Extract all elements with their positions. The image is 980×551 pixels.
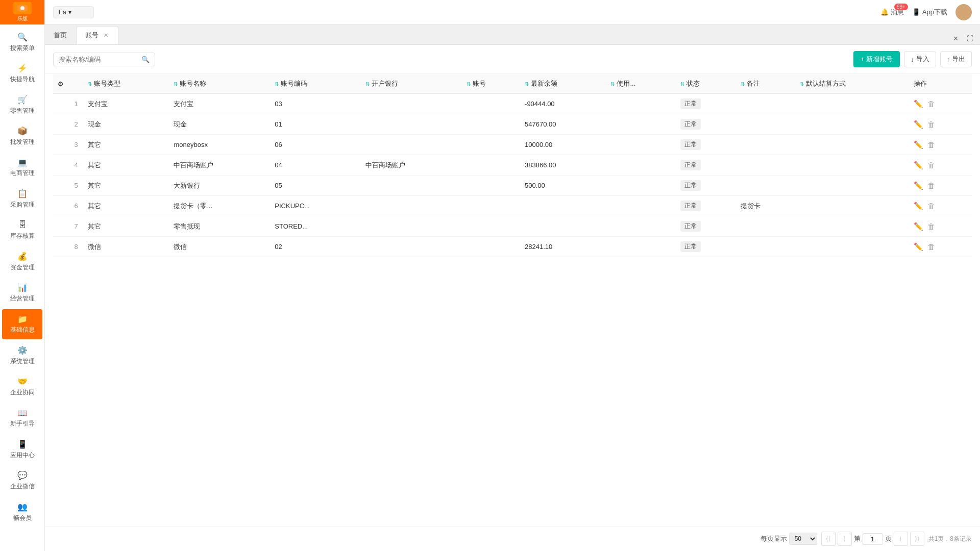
th-usage[interactable]: ⇅使用... (606, 74, 676, 94)
row-type-5: 其它 (84, 196, 169, 216)
sidebar-item-retail[interactable]: 🛒零售管理 (2, 90, 42, 120)
th-type[interactable]: ⇅账号类型 (84, 74, 169, 94)
table-row: 4 其它 中百商场账户 04 中百商场账户 383866.00 正常 ✏️ 🗑 (53, 155, 972, 176)
tab-account[interactable]: 账号 ✕ (77, 26, 118, 44)
th-bank[interactable]: ⇅开户银行 (361, 74, 462, 94)
th-default-payment[interactable]: ⇅默认结算方式 (796, 74, 910, 94)
table-row: 5 其它 大新银行 05 500.00 正常 ✏️ 🗑 (53, 176, 972, 196)
sidebar-item-label-finance: 资金管理 (10, 264, 35, 272)
sidebar-item-operations[interactable]: 📊经营管理 (2, 278, 42, 308)
delete-icon-7[interactable]: 🗑 (927, 242, 935, 251)
delete-icon-0[interactable]: 🗑 (927, 99, 935, 108)
sidebar-item-enterprise-wechat[interactable]: 💬企业微信 (2, 465, 42, 495)
app-download-button[interactable]: 📱 App下载 (912, 8, 947, 17)
retail-icon: 🛒 (17, 95, 28, 106)
edit-icon-6[interactable]: ✏️ (914, 222, 923, 231)
row-num-5: 6 (68, 196, 84, 216)
row-num-1: 2 (68, 114, 84, 135)
search-input[interactable] (59, 56, 139, 63)
page-size-label: 每页显示 (761, 534, 787, 543)
row-name-4: 大新银行 (169, 176, 271, 196)
tab-home[interactable]: 首页 (45, 26, 76, 44)
page-next-button[interactable]: ⟩ (894, 532, 908, 546)
edit-icon-0[interactable]: ✏️ (914, 99, 923, 109)
row-settings-2 (53, 135, 68, 155)
row-name-3: 中百商场账户 (169, 155, 271, 176)
tab-maximize[interactable]: ⛶ (964, 32, 976, 44)
th-account-no[interactable]: ⇅账号 (462, 74, 521, 94)
row-num-2: 3 (68, 135, 84, 155)
sidebar-item-finance[interactable]: 💰资金管理 (2, 246, 42, 277)
row-num-7: 8 (68, 237, 84, 257)
page-first-button[interactable]: ⟨⟨ (821, 532, 836, 546)
sidebar-item-label-purchase: 采购管理 (10, 201, 35, 209)
delete-icon-2[interactable]: 🗑 (927, 140, 935, 149)
sidebar-item-wholesale[interactable]: 📦批发管理 (2, 121, 42, 151)
row-usage-5 (606, 196, 676, 216)
sidebar-item-label-operations: 经营管理 (10, 295, 35, 303)
sidebar-item-inventory[interactable]: 🗄库存核算 (2, 215, 42, 245)
delete-icon-1[interactable]: 🗑 (927, 120, 935, 129)
edit-icon-2[interactable]: ✏️ (914, 140, 923, 149)
th-remark[interactable]: ⇅备注 (737, 74, 796, 94)
edit-icon-7[interactable]: ✏️ (914, 242, 923, 252)
delete-icon-5[interactable]: 🗑 (927, 202, 935, 210)
page-size-select[interactable]: 50 100 (789, 533, 817, 545)
edit-icon-5[interactable]: ✏️ (914, 202, 923, 211)
row-remark-6 (737, 216, 796, 237)
company-dropdown[interactable]: Ea ▾ (53, 6, 94, 18)
row-name-0: 支付宝 (169, 94, 271, 114)
row-settings-1 (53, 114, 68, 135)
sidebar-item-search[interactable]: 🔍搜索菜单 (2, 27, 42, 57)
user-avatar[interactable] (955, 4, 972, 20)
tab-close-all[interactable]: ✕ (949, 32, 962, 44)
sidebar-item-label-wholesale: 批发管理 (10, 138, 35, 146)
quick-nav-icon: ⚡ (17, 63, 28, 74)
delete-icon-3[interactable]: 🗑 (927, 161, 935, 169)
sidebar-item-agreement[interactable]: 🤝企业协同 (2, 371, 42, 402)
sidebar-item-guide[interactable]: 📖新手引导 (2, 403, 42, 433)
row-settings-6 (53, 216, 68, 237)
company-name: Ea (59, 9, 66, 16)
row-balance-2: 10000.00 (521, 135, 606, 155)
table-body: 1 支付宝 支付宝 03 -90444.00 正常 ✏️ 🗑 2 现金 现金 0… (53, 94, 972, 257)
add-account-button[interactable]: + 新增账号 (853, 51, 900, 67)
row-bank-2 (361, 135, 462, 155)
sidebar-item-member[interactable]: 👥畅会员 (2, 497, 42, 527)
edit-icon-4[interactable]: ✏️ (914, 181, 923, 190)
import-button[interactable]: ↓ 导入 (904, 51, 936, 67)
sidebar-item-basic-info[interactable]: 📁基础信息 (2, 309, 42, 339)
sidebar-item-system[interactable]: ⚙️系统管理 (2, 340, 42, 370)
th-balance[interactable]: ⇅最新余额 (521, 74, 606, 94)
page-prev-button[interactable]: ⟨ (838, 532, 852, 546)
row-account-no-6 (462, 216, 521, 237)
row-num-4: 5 (68, 176, 84, 196)
sidebar-item-app-center[interactable]: 📱应用中心 (2, 434, 42, 464)
th-code[interactable]: ⇅账号编码 (271, 74, 361, 94)
sidebar-item-ecommerce[interactable]: 💻电商管理 (2, 153, 42, 183)
sidebar-item-purchase[interactable]: 📋采购管理 (2, 184, 42, 214)
edit-icon-3[interactable]: ✏️ (914, 161, 923, 170)
th-status[interactable]: ⇅状态 (676, 74, 737, 94)
search-box[interactable]: 🔍 (53, 53, 155, 66)
th-name[interactable]: ⇅账号名称 (169, 74, 271, 94)
toolbar: 🔍 + 新增账号 ↓ 导入 ↑ 导出 (45, 45, 980, 74)
export-button[interactable]: ↑ 导出 (940, 51, 972, 67)
delete-icon-4[interactable]: 🗑 (927, 181, 935, 190)
row-usage-0 (606, 94, 676, 114)
message-button[interactable]: 🔔 消息 99+ (880, 8, 904, 17)
page-size-selector: 每页显示 50 100 (761, 533, 817, 545)
row-bank-4 (361, 176, 462, 196)
sidebar-item-quick-nav[interactable]: ⚡快捷导航 (2, 58, 42, 88)
th-settings[interactable]: ⚙ (53, 74, 68, 94)
tab-account-close[interactable]: ✕ (102, 31, 110, 39)
import-icon: ↓ (911, 56, 914, 63)
edit-icon-1[interactable]: ✏️ (914, 120, 923, 129)
search-icon[interactable]: 🔍 (141, 56, 150, 63)
export-label: 导出 (952, 55, 965, 64)
enterprise-wechat-icon: 💬 (17, 470, 28, 481)
page-last-button[interactable]: ⟩⟩ (910, 532, 924, 546)
page-number-input[interactable] (863, 533, 883, 545)
operations-icon: 📊 (17, 283, 28, 293)
delete-icon-6[interactable]: 🗑 (927, 222, 935, 231)
